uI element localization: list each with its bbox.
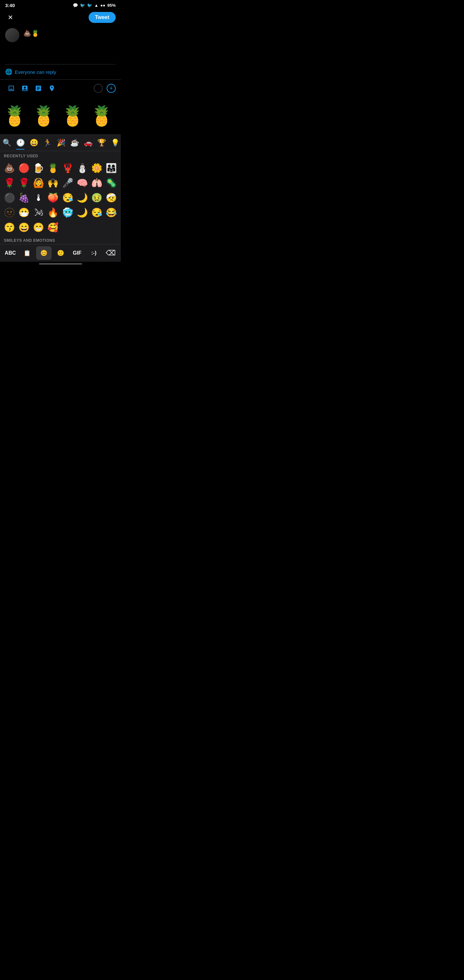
emoji-cell-31[interactable]: 😂 — [104, 205, 118, 220]
clipboard-button[interactable]: 📋 — [19, 246, 35, 260]
top-toolbar: ✕ Tweet — [0, 10, 121, 25]
tweet-button[interactable]: Tweet — [89, 12, 116, 23]
delete-button[interactable]: ⌫ — [103, 246, 118, 260]
emoji-cell-24[interactable]: 🫥 — [3, 205, 16, 220]
category-people[interactable]: 🏃 — [41, 136, 54, 150]
message-icon: 💬 — [73, 3, 78, 8]
emoji-cell-11[interactable]: 🙌 — [46, 176, 60, 190]
emoji-cell-25[interactable]: 😷 — [17, 205, 31, 220]
media-toolbar: + — [0, 79, 121, 97]
add-tweet-button[interactable]: + — [106, 84, 116, 93]
recent-section-label: RECENTLY USED — [0, 151, 121, 159]
emoji-cell-13[interactable]: 🧠 — [75, 176, 89, 190]
emoji-cell-32[interactable]: 😙 — [3, 220, 16, 234]
emoji-cell-4[interactable]: 🦞 — [61, 161, 75, 175]
recent-emoji-grid: 💩🔴🍺🍍🦞⛄🌼👨‍👩‍👧🌹🌹🙆🙌🎤🧠🫁🦠⚫🍇🌡🍑😪🌙🤢🤕🫥😷🌬🔥🥶🌙😪😂😙😄😁🥰 — [0, 159, 121, 235]
emoji-cell-1[interactable]: 🔴 — [17, 161, 31, 175]
category-smileys[interactable]: 😀 — [27, 136, 41, 150]
gif-label: GIF — [73, 250, 81, 256]
keyboard-bottom: ABC 📋 😊 🙂 GIF :-) ⌫ — [0, 244, 121, 262]
tweet-input[interactable]: 💩🍍 — [23, 28, 116, 62]
emoji-cell-33[interactable]: 😄 — [17, 220, 31, 234]
emoji-cell-34[interactable]: 😁 — [32, 220, 45, 234]
symbols-label: :-) — [91, 250, 96, 256]
emoji-cell-2[interactable]: 🍺 — [32, 161, 45, 175]
sticker-keyboard-icon: 🙂 — [57, 250, 64, 257]
emoji-cell-0[interactable]: 💩 — [3, 161, 16, 175]
emoji-button[interactable]: 😊 — [36, 246, 52, 260]
emoji-cell-15[interactable]: 🦠 — [104, 176, 118, 190]
sticker-5[interactable]: 🍍 — [116, 100, 121, 132]
poll-button[interactable] — [32, 82, 44, 94]
emoji-cell-10[interactable]: 🙆 — [32, 176, 45, 190]
symbols-button[interactable]: :-) — [86, 246, 102, 260]
emoji-cell-20[interactable]: 😪 — [61, 191, 75, 205]
emoji-cell-23[interactable]: 🤕 — [104, 191, 118, 205]
sticker-button[interactable]: 🙂 — [53, 246, 68, 260]
battery-text: 95% — [107, 3, 116, 8]
home-indicator — [39, 263, 82, 265]
emoji-keyboard-icon: 😊 — [40, 250, 48, 257]
emoji-cell-6[interactable]: 🌼 — [90, 161, 104, 175]
abc-button[interactable]: ABC — [3, 246, 18, 260]
emoji-cell-8[interactable]: 🌹 — [3, 176, 16, 190]
image-button[interactable] — [5, 82, 17, 94]
status-time: 3:40 — [5, 3, 15, 8]
emoji-cell-18[interactable]: 🌡 — [32, 191, 45, 205]
wifi-icon: ▲ — [94, 3, 98, 8]
emoji-cell-29[interactable]: 🌙 — [75, 205, 89, 220]
category-search[interactable]: 🔍 — [0, 136, 14, 150]
signal-icon: ●● — [100, 3, 105, 8]
clipboard-icon: 📋 — [24, 250, 30, 257]
category-symbols[interactable]: 💡 — [108, 136, 121, 150]
category-activities[interactable]: 🎉 — [54, 136, 68, 150]
char-counter — [94, 84, 103, 93]
sticker-row: 🍍 🍍 🍍 🍍 🍍 — [0, 97, 121, 135]
gif-button[interactable] — [19, 82, 31, 94]
location-button[interactable] — [46, 82, 58, 94]
compose-area: 💩🍍 — [0, 25, 121, 64]
twitter-icon-1: 🐦 — [80, 3, 85, 8]
globe-icon: 🌐 — [5, 68, 12, 75]
category-recent[interactable]: 🕐 — [14, 136, 27, 150]
emoji-cell-26[interactable]: 🌬 — [32, 205, 45, 220]
delete-icon: ⌫ — [106, 249, 116, 257]
category-food[interactable]: ☕ — [68, 136, 81, 150]
emoji-cell-30[interactable]: 😪 — [90, 205, 104, 220]
avatar — [5, 28, 19, 42]
emoji-cell-21[interactable]: 🌙 — [75, 191, 89, 205]
avatar-image — [5, 28, 19, 42]
reply-setting[interactable]: 🌐 Everyone can reply — [0, 64, 121, 79]
reply-setting-label: Everyone can reply — [15, 69, 56, 75]
emoji-panel: 🍍 🍍 🍍 🍍 🍍 🔍🕐😀🏃🎉☕🚗🏆💡🔣🚩 RECENTLY USED 💩🔴🍺🍍… — [0, 97, 121, 244]
emoji-cell-5[interactable]: ⛄ — [75, 161, 89, 175]
emoji-cell-3[interactable]: 🍍 — [46, 161, 60, 175]
emoji-cell-14[interactable]: 🫁 — [90, 176, 104, 190]
emoji-cell-7[interactable]: 👨‍👩‍👧 — [104, 161, 118, 175]
sticker-4[interactable]: 🍍 — [87, 100, 116, 132]
twitter-icon-2: 🐦 — [87, 3, 92, 8]
smiley-section-label: SMILEYS AND EMOTIONS — [0, 235, 121, 244]
sticker-2[interactable]: 🍍 — [29, 100, 58, 132]
gif-keyboard-button[interactable]: GIF — [69, 246, 85, 260]
emoji-cell-22[interactable]: 🤢 — [90, 191, 104, 205]
emoji-cell-12[interactable]: 🎤 — [61, 176, 75, 190]
sticker-3[interactable]: 🍍 — [58, 100, 87, 132]
emoji-cell-28[interactable]: 🥶 — [61, 205, 75, 220]
sticker-1[interactable]: 🍍 — [0, 100, 29, 132]
emoji-cell-9[interactable]: 🌹 — [17, 176, 31, 190]
category-travel[interactable]: 🚗 — [81, 136, 95, 150]
category-bar: 🔍🕐😀🏃🎉☕🚗🏆💡🔣🚩 — [0, 135, 121, 151]
emoji-cell-16[interactable]: ⚫ — [3, 191, 16, 205]
status-bar: 3:40 💬 🐦 🐦 ▲ ●● 95% — [0, 0, 121, 10]
emoji-cell-27[interactable]: 🔥 — [46, 205, 60, 220]
emoji-cell-35[interactable]: 🥰 — [46, 220, 60, 234]
close-button[interactable]: ✕ — [5, 12, 16, 22]
emoji-cell-17[interactable]: 🍇 — [17, 191, 31, 205]
emoji-cell-19[interactable]: 🍑 — [46, 191, 60, 205]
category-objects[interactable]: 🏆 — [95, 136, 108, 150]
